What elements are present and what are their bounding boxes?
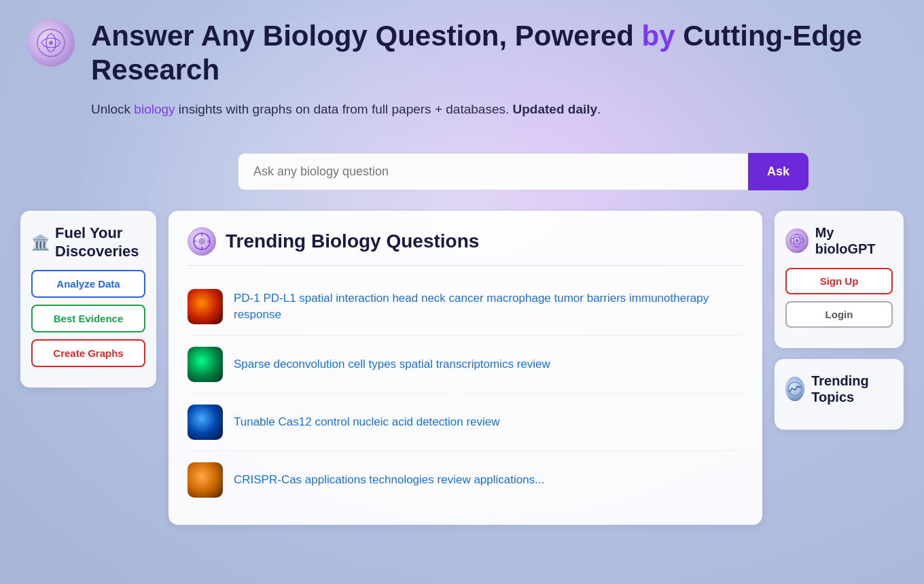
subtitle-end: . <box>597 102 601 116</box>
header-text: Answer Any Biology Question, Powered by … <box>91 19 897 119</box>
subtitle-bold: Updated daily <box>509 102 597 116</box>
logo <box>27 19 75 67</box>
trending-topics-icon <box>785 377 804 401</box>
trending-topics-header: Trending Topics <box>785 373 893 405</box>
panel-header: Trending Biology Questions <box>188 227 743 266</box>
svg-point-17 <box>795 239 798 243</box>
my-biologpt-title: My bioloGPT <box>815 224 893 257</box>
login-button[interactable]: Login <box>785 301 893 328</box>
right-sidebar: My bioloGPT Sign Up Login Trending Topic… <box>775 211 904 430</box>
topic-item[interactable]: CRISPR-Cas applications technologies rev… <box>188 451 743 509</box>
svg-point-9 <box>198 238 205 245</box>
topic-link-3[interactable]: Tunable Cas12 control nucleic acid detec… <box>234 414 500 430</box>
topic-thumb-2 <box>188 347 223 382</box>
panel-icon <box>188 227 216 256</box>
svg-point-18 <box>788 382 802 396</box>
svg-point-3 <box>49 41 53 45</box>
biology-link[interactable]: biology <box>134 102 175 116</box>
ask-button[interactable]: Ask <box>748 153 808 190</box>
topic-thumb-3 <box>188 405 223 440</box>
topic-link-4[interactable]: CRISPR-Cas applications technologies rev… <box>234 472 544 488</box>
main-columns: 🏛️ Fuel Your Discoveries Analyze Data Be… <box>0 211 924 545</box>
sidebar-title: Fuel Your Discoveries <box>55 224 145 260</box>
panel-title: Trending Biology Questions <box>226 230 479 252</box>
topic-item[interactable]: Tunable Cas12 control nucleic acid detec… <box>188 394 743 451</box>
topic-link-1[interactable]: PD-1 PD-L1 spatial interaction head neck… <box>234 290 743 323</box>
topic-thumb-1 <box>188 289 223 324</box>
main-title: Answer Any Biology Question, Powered by … <box>91 19 897 88</box>
topic-link-2[interactable]: Sparse deconvolution cell types spatial … <box>234 356 550 373</box>
svg-point-5 <box>50 50 52 53</box>
svg-point-7 <box>58 41 61 44</box>
subtitle-prefix: Unlock <box>91 102 134 116</box>
signup-button[interactable]: Sign Up <box>785 268 893 294</box>
biologpt-icon <box>785 228 808 253</box>
subtitle-suffix: insights with graphs on data from full p… <box>175 102 510 116</box>
header: Answer Any Biology Question, Powered by … <box>0 0 924 133</box>
create-graphs-button[interactable]: Create Graphs <box>31 339 145 367</box>
trending-topics-title: Trending Topics <box>811 373 893 405</box>
topic-thumb-4 <box>188 462 223 498</box>
search-container: Ask <box>238 153 808 190</box>
search-input[interactable] <box>238 153 748 190</box>
my-biologpt-card: My bioloGPT Sign Up Login <box>775 211 904 348</box>
topic-item[interactable]: PD-1 PD-L1 spatial interaction head neck… <box>188 278 743 336</box>
topic-item[interactable]: Sparse deconvolution cell types spatial … <box>188 336 743 394</box>
analyze-data-button[interactable]: Analyze Data <box>31 270 145 298</box>
title-part1: Answer Any Biology Question, Powered <box>91 20 642 52</box>
trending-topics-card: Trending Topics <box>775 359 904 430</box>
search-area: Ask <box>0 133 924 211</box>
sidebar-header: 🏛️ Fuel Your Discoveries <box>31 224 145 260</box>
title-highlight: by <box>642 20 675 52</box>
svg-point-6 <box>41 41 43 44</box>
svg-point-4 <box>50 33 52 35</box>
center-panel: Trending Biology Questions PD-1 PD-L1 sp… <box>168 211 762 525</box>
my-biologpt-header: My bioloGPT <box>785 224 893 257</box>
subtitle: Unlock biology insights with graphs on d… <box>91 100 897 120</box>
sidebar-icon: 🏛️ <box>31 234 50 252</box>
best-evidence-button[interactable]: Best Evidence <box>31 305 145 332</box>
left-sidebar: 🏛️ Fuel Your Discoveries Analyze Data Be… <box>20 211 156 388</box>
